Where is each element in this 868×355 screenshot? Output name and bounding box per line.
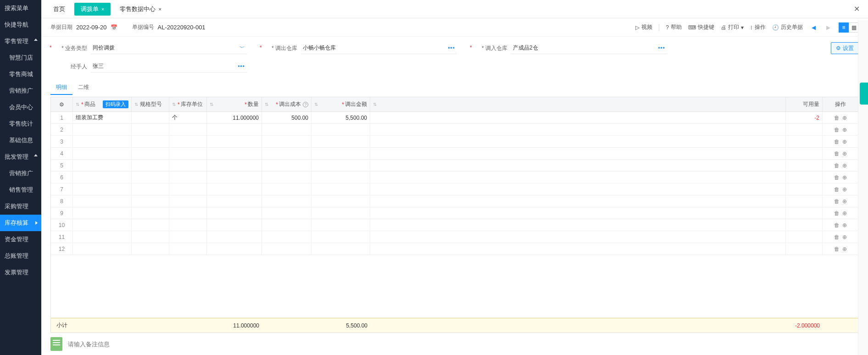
delete-row-icon[interactable]: 🗑 (834, 162, 840, 169)
subtab-0[interactable]: 明细 (50, 81, 72, 95)
settings-button[interactable]: ⚙ 设置 (831, 42, 859, 54)
help-button[interactable]: ? 帮助 (666, 23, 682, 31)
add-row-icon[interactable]: ⊕ (842, 127, 847, 133)
table-row[interactable]: 10🗑⊕ (51, 219, 858, 231)
handler-select[interactable]: 张三 ••• (91, 61, 247, 72)
add-row-icon[interactable]: ⊕ (842, 115, 847, 121)
sidebar-item-10[interactable]: 营销推广 (0, 165, 41, 182)
table-row[interactable]: 12🗑⊕ (51, 243, 858, 255)
add-row-icon[interactable]: ⊕ (842, 186, 847, 193)
col-unit[interactable]: ⇅*库存单位 (169, 97, 207, 111)
delete-row-icon[interactable]: 🗑 (834, 198, 840, 205)
scan-button[interactable]: 扫码录入 (103, 100, 128, 108)
delete-row-icon[interactable]: 🗑 (834, 139, 840, 145)
sidebar-item-15[interactable]: 总账管理 (0, 248, 41, 264)
sidebar-item-12[interactable]: 采购管理 (0, 198, 41, 215)
add-row-icon[interactable]: ⊕ (842, 210, 847, 216)
subtab-1[interactable]: 二维 (72, 81, 95, 95)
biz-type-label: * 业务类型 (50, 44, 87, 52)
info-icon[interactable]: ? (303, 102, 308, 107)
tab-close-icon[interactable]: × (158, 3, 161, 16)
delete-row-icon[interactable]: 🗑 (834, 127, 840, 133)
sidebar-item-8[interactable]: 基础信息 (0, 132, 41, 149)
sidebar-item-6[interactable]: 会员中心 (0, 99, 41, 116)
delete-row-icon[interactable]: 🗑 (834, 246, 840, 252)
add-row-icon[interactable]: ⊕ (842, 198, 847, 205)
delete-row-icon[interactable]: 🗑 (834, 222, 840, 228)
col-qty[interactable]: ⇅*数量 (207, 97, 262, 111)
doc-date-value[interactable]: 2022-09-20 (76, 24, 107, 31)
table-row[interactable]: 11🗑⊕ (51, 231, 858, 243)
delete-row-icon[interactable]: 🗑 (834, 174, 840, 181)
handler-label: 经手人 (50, 63, 87, 71)
delete-row-icon[interactable]: 🗑 (834, 234, 840, 240)
col-product[interactable]: ⇅*商品扫码录入 (73, 97, 132, 111)
add-row-icon[interactable]: ⊕ (842, 234, 847, 240)
sidebar-item-9[interactable]: 批发管理 (0, 149, 41, 165)
sidebar-item-13[interactable]: 库存核算 (0, 215, 41, 231)
sidebar-item-1[interactable]: 快捷导航 (0, 17, 41, 33)
sidebar-item-5[interactable]: 营销推广 (0, 83, 41, 99)
right-drawer-handle[interactable] (860, 83, 868, 105)
add-row-icon[interactable]: ⊕ (842, 174, 847, 181)
sidebar-item-14[interactable]: 资金管理 (0, 231, 41, 248)
gear-icon: ⚙ (836, 45, 841, 51)
view-card-icon[interactable]: ▦ (849, 22, 859, 33)
calendar-icon[interactable]: 📅 (111, 24, 117, 31)
table-row[interactable]: 5🗑⊕ (51, 160, 858, 172)
view-list-icon[interactable]: ≡ (839, 22, 849, 33)
doc-no-label: 单据编号 (132, 23, 154, 31)
table-row[interactable]: 8🗑⊕ (51, 195, 858, 207)
table-row[interactable]: 2🗑⊕ (51, 124, 858, 136)
delete-row-icon[interactable]: 🗑 (834, 150, 840, 157)
out-wh-select[interactable]: 小畅小畅仓库 ••• (301, 42, 457, 54)
prev-doc-icon[interactable]: ◀ (809, 23, 818, 32)
video-button[interactable]: ▷ 视频 (635, 23, 652, 31)
note-icon[interactable] (50, 337, 62, 351)
table-row[interactable]: 6🗑⊕ (51, 172, 858, 183)
tab-close-icon[interactable]: × (101, 3, 104, 16)
table-row[interactable]: 4🗑⊕ (51, 148, 858, 160)
table-row[interactable]: 9🗑⊕ (51, 207, 858, 219)
shortcut-button[interactable]: ⌨ 快捷键 (688, 23, 714, 31)
tab-0[interactable]: 首页 (47, 3, 72, 16)
right-strip (858, 20, 868, 355)
sidebar-item-4[interactable]: 零售商城 (0, 66, 41, 83)
remark-input[interactable] (68, 338, 859, 350)
delete-row-icon[interactable]: 🗑 (834, 115, 840, 121)
sidebar-item-2[interactable]: 零售管理 (0, 33, 41, 50)
print-button[interactable]: 🖨 打印 ▾ (721, 23, 744, 31)
col-amount[interactable]: ⇅*调出金额 (312, 97, 370, 111)
table-row[interactable]: 1组装加工费个11.000000500.005,500.00-2🗑⊕ (51, 112, 858, 124)
subtotal-amount: 5,500.00 (312, 318, 370, 333)
next-doc-icon[interactable]: ▶ (824, 23, 832, 32)
tab-1[interactable]: 调拨单× (74, 3, 111, 16)
tab-2[interactable]: 零售数据中心× (113, 3, 167, 16)
delete-row-icon[interactable]: 🗑 (834, 186, 840, 193)
add-row-icon[interactable]: ⊕ (842, 222, 847, 228)
table-row[interactable]: 7🗑⊕ (51, 183, 858, 195)
add-row-icon[interactable]: ⊕ (842, 246, 847, 252)
biz-type-select[interactable]: 同价调拨 ﹀ (91, 42, 247, 54)
sidebar-item-7[interactable]: 零售统计 (0, 116, 41, 132)
add-row-icon[interactable]: ⊕ (842, 162, 847, 169)
ops-button[interactable]: ⫶ 操作 (750, 23, 766, 31)
col-spec[interactable]: ⇅规格型号 (132, 97, 169, 111)
col-avail[interactable]: 可用量 (786, 97, 823, 111)
col-ops: 操作 (823, 97, 858, 111)
doc-date-label: 单据日期 (50, 23, 72, 31)
add-row-icon[interactable]: ⊕ (842, 139, 847, 145)
sidebar-item-0[interactable]: 搜索菜单 (0, 0, 41, 17)
sidebar-item-11[interactable]: 销售管理 (0, 182, 41, 198)
delete-row-icon[interactable]: 🗑 (834, 210, 840, 216)
history-button[interactable]: 🕘 历史单据 (772, 23, 803, 31)
close-all-icon[interactable]: ✕ (854, 5, 860, 13)
table-row[interactable]: 3🗑⊕ (51, 136, 858, 148)
in-wh-select[interactable]: 产成品2仓 ••• (511, 42, 667, 54)
more-icon: ••• (448, 45, 455, 51)
sidebar-item-3[interactable]: 智慧门店 (0, 50, 41, 66)
add-row-icon[interactable]: ⊕ (842, 150, 847, 157)
col-cost[interactable]: ⇅*调出成本? (262, 97, 312, 111)
gear-column[interactable]: ⚙ (51, 97, 73, 111)
sidebar-item-16[interactable]: 发票管理 (0, 264, 41, 281)
